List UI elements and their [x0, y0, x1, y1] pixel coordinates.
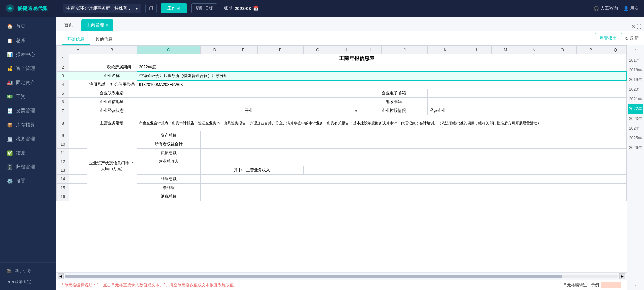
sub-tab-other[interactable]: 其他信息 [90, 34, 118, 45]
cell-2-a[interactable] [69, 63, 87, 72]
switch-version-button[interactable]: 切到旧版 [191, 3, 217, 13]
sidebar-item-inventory[interactable]: 📦 库存核算 [0, 118, 56, 132]
year-btn-2017[interactable]: 2017年 [628, 56, 643, 65]
sidebar-item-salary[interactable]: 💵 工资 [0, 90, 56, 104]
cell-9-c[interactable]: 资产总额 [137, 131, 201, 140]
cell-7-k[interactable]: 私营企业 [428, 106, 626, 115]
sidebar-item-ledger[interactable]: 📋 总账 [0, 33, 56, 48]
sidebar-item-finance[interactable]: 💰 资金管理 [0, 62, 56, 76]
cell-6-j[interactable]: 邮政编码 [360, 98, 428, 106]
cell-2-c[interactable]: 2022年度 [137, 63, 627, 72]
cell-12-d[interactable] [201, 157, 626, 166]
sidebar-item-settle[interactable]: ✅ 结账 [0, 146, 56, 160]
cell-3-b[interactable]: 企业名称 [87, 72, 137, 80]
h-scroll-bar[interactable]: ◀ ▶ [56, 272, 627, 280]
copy-icon-btn[interactable] [145, 4, 157, 13]
cell-8-a[interactable] [69, 115, 87, 131]
cell-6-b[interactable]: 企业通信地址 [87, 98, 137, 106]
cell-10-d[interactable] [201, 140, 626, 149]
cell-14-c[interactable]: 利润总额 [137, 175, 201, 184]
calendar-icon[interactable]: 📅 [253, 6, 258, 11]
cell-13-g[interactable] [304, 166, 626, 175]
sidebar-item-invoice[interactable]: 🧾 发票管理 [0, 104, 56, 118]
cell-14-d[interactable] [201, 175, 626, 184]
cell-5-b[interactable]: 企业联系电话 [87, 89, 137, 98]
cell-10-a[interactable] [69, 140, 87, 149]
cell-11-d[interactable] [201, 149, 626, 157]
cell-12-c[interactable]: 营业总收入 [137, 157, 201, 166]
year-scroll-up-btn[interactable]: ⌃ [632, 47, 639, 56]
year-scroll-down-btn[interactable]: ⌄ [632, 280, 639, 289]
cell-8-b[interactable]: 主营业务活动 [87, 115, 137, 131]
cell-6-c[interactable] [137, 98, 360, 106]
cell-14-a[interactable] [69, 175, 87, 184]
user-area[interactable]: 👤 用友 [623, 5, 639, 11]
year-btn-2025[interactable]: 2025年 [628, 133, 643, 143]
refresh-button[interactable]: ↻ 刷新 [625, 35, 639, 41]
company-selector[interactable]: 中审众环会计师事务所（特殊普通合伙...） ▾ [63, 4, 141, 13]
cell-2-b[interactable]: 税款所属期间： [87, 63, 137, 72]
maximize-btn[interactable]: ⛶ [637, 24, 641, 29]
year-btn-2020[interactable]: 2020年 [628, 85, 643, 94]
year-btn-2024[interactable]: 2024年 [628, 124, 643, 133]
cell-16-c[interactable]: 纳税总额 [137, 192, 201, 201]
sub-tab-basic[interactable]: 基础信息 [62, 34, 90, 45]
tab-close-icon[interactable]: × [106, 23, 108, 27]
year-btn-2022[interactable]: 2022年 [628, 104, 643, 114]
cell-6-a[interactable] [69, 98, 87, 106]
cell-13-c[interactable] [137, 166, 201, 175]
cell-15-c[interactable]: 净利润 [137, 184, 201, 192]
cell-15-d[interactable] [201, 184, 626, 192]
sidebar-item-assets[interactable]: 🏭 固定资产 [0, 76, 56, 90]
cell-4-c[interactable]: 91320100MA208E5W6K [137, 80, 627, 89]
cell-9-a[interactable] [69, 131, 87, 140]
cell-11-a[interactable] [69, 149, 87, 157]
cell-3-c[interactable]: 中审众环会计师事务所（特殊普通合伙）江苏分所 [137, 72, 627, 80]
cell-10-c[interactable]: 所有者权益合计 [137, 140, 201, 149]
cell-15-a[interactable] [69, 184, 87, 192]
cell-4-a[interactable] [69, 80, 87, 89]
cell-12-a[interactable] [69, 157, 87, 166]
sidebar-item-unpin[interactable]: ◄◄取消固定 [0, 276, 56, 287]
cell-13-a[interactable] [69, 166, 87, 175]
cell-4-b[interactable]: 注册号/统一社会信用代码 [87, 80, 137, 89]
cell-7-j[interactable]: 企业控股情况 [360, 106, 428, 115]
cell-11-c[interactable]: 负债总额 [137, 149, 201, 157]
h-scrollbar-track[interactable] [65, 275, 618, 278]
sidebar-item-settings[interactable]: ⚙️ 设置 [0, 174, 56, 188]
scroll-right-btn[interactable]: ▶ [619, 273, 625, 279]
sidebar-item-archive[interactable]: 🗄️ 归档管理 [0, 160, 56, 174]
cell-7-c[interactable]: 开业 ▼ [137, 106, 360, 115]
cell-5-k[interactable] [428, 89, 626, 98]
sidebar-item-newguide[interactable]: 🎬 新手引导 [0, 265, 56, 276]
cell-1-a[interactable] [69, 54, 87, 63]
close-window-btn[interactable]: ✕ [631, 23, 635, 30]
cell-9-d[interactable] [201, 131, 626, 140]
workbench-button[interactable]: 工作台 [161, 3, 187, 13]
support-button[interactable]: 🎧 人工咨询 [594, 5, 618, 11]
cell-8-c[interactable]: 审查企业会计报表；出具审计报告；验证企业资本；出具验资报告；办理企业合并、分立、… [137, 115, 627, 131]
year-btn-2023[interactable]: 2023年 [628, 114, 643, 124]
scroll-left-btn[interactable]: ◀ [58, 273, 64, 279]
spreadsheet-container[interactable]: A B C D E F G H I J K L [56, 45, 627, 272]
year-btn-2019[interactable]: 2019年 [628, 75, 643, 85]
sidebar-item-report[interactable]: 📊 报表中心 [0, 48, 56, 62]
cell-5-j[interactable]: 企业电子邮箱 [360, 89, 428, 98]
cell-7-a[interactable] [69, 106, 87, 115]
cell-16-a[interactable] [69, 192, 87, 201]
year-btn-2026[interactable]: 2026年 [628, 143, 643, 153]
cell-7-b[interactable]: 企业经营状态 [87, 106, 137, 115]
year-btn-2018[interactable]: 2018年 [628, 65, 643, 75]
cell-9-b[interactable]: 企业资产状况信息(币种：人民币万元) [87, 131, 137, 201]
cell-16-d[interactable] [201, 192, 626, 201]
cell-5-c[interactable] [137, 89, 360, 98]
cell-13-d[interactable]: 其中：主营业务收入 [201, 166, 304, 175]
reset-report-button[interactable]: 重置报表 [595, 33, 622, 43]
tab-biz[interactable]: 工商管理 × [81, 19, 113, 31]
sidebar-item-tax[interactable]: 🏛️ 税务管理 [0, 132, 56, 146]
cell-1-title[interactable]: 工商年报信息表 [87, 54, 626, 63]
sidebar-item-home[interactable]: 🏠 首页 [0, 19, 56, 33]
cell-3-a[interactable] [69, 72, 87, 80]
cell-6-k[interactable] [428, 98, 626, 106]
year-btn-2021[interactable]: 2021年 [628, 94, 643, 104]
